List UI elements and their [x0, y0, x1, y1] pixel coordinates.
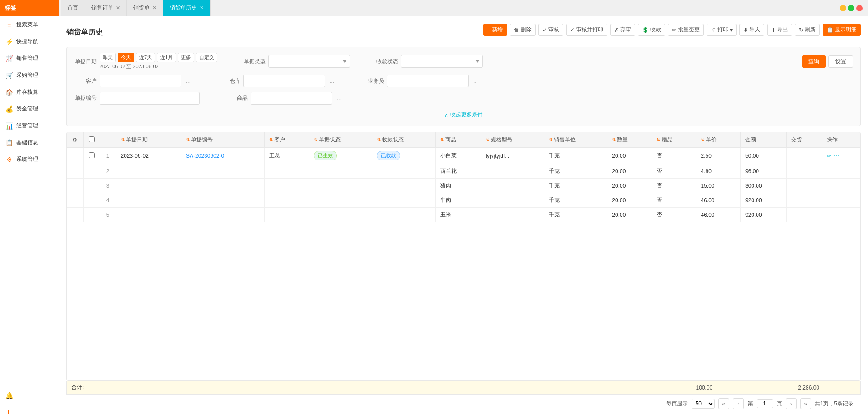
new-icon: +: [487, 27, 491, 33]
cell-spec: [481, 193, 544, 208]
th-doc-no[interactable]: ⇅ 单据编号: [181, 132, 265, 148]
cell-amount: 50.00: [741, 148, 787, 164]
sidebar-item-sales-mgmt[interactable]: 📈 销售管理: [0, 50, 59, 67]
th-unit-price[interactable]: ⇅ 单价: [696, 132, 741, 148]
row-checkbox[interactable]: [89, 152, 95, 158]
window-close-btn[interactable]: [856, 5, 863, 11]
print-button[interactable]: 🖨 打印 ▾: [707, 24, 737, 36]
product-input[interactable]: [251, 92, 332, 105]
cell-checkbox[interactable]: [83, 208, 100, 222]
sidebar-item-basic-info[interactable]: 📋 基础信息: [0, 134, 59, 151]
th-payment-status[interactable]: ⇅ 收款状态: [372, 132, 435, 148]
select-all-checkbox[interactable]: [89, 136, 95, 142]
warehouse-input[interactable]: [243, 75, 325, 87]
customer-more-btn[interactable]: ...: [184, 78, 192, 84]
cell-payment-status: [372, 208, 435, 222]
refresh-button[interactable]: ↻ 刷新: [795, 24, 820, 36]
payment-status-label: 收款状态: [376, 58, 398, 65]
show-detail-button[interactable]: 📋 显示明细: [823, 24, 861, 36]
th-product[interactable]: ⇅ 商品: [436, 132, 481, 148]
cell-spec: [481, 179, 544, 193]
sidebar-logo: 标签: [0, 0, 59, 16]
cell-qty: 20.00: [607, 208, 652, 222]
cell-checkbox[interactable]: [83, 148, 100, 164]
date-btn-1month[interactable]: 近1月: [157, 53, 176, 62]
sidebar-item-sys-admin[interactable]: ⚙ 系统管理: [0, 151, 59, 168]
payment-status-select[interactable]: [401, 55, 483, 68]
delete-button[interactable]: 🗑 删除: [510, 24, 536, 36]
sidebar-item-search-menu[interactable]: ≡ 搜索菜单: [0, 16, 59, 33]
cell-checkbox[interactable]: [83, 193, 100, 208]
tab-home[interactable]: 首页: [61, 0, 85, 16]
th-unit[interactable]: ⇅ 销售单位: [544, 132, 607, 148]
warehouse-more-btn[interactable]: ...: [328, 78, 336, 84]
doc-no-link[interactable]: SA-20230602-0: [186, 153, 224, 159]
date-btn-more[interactable]: 更多: [178, 53, 194, 62]
product-more-btn[interactable]: ...: [335, 95, 343, 101]
th-doc-status[interactable]: ⇅ 单据状态: [309, 132, 372, 148]
date-btn-today[interactable]: 今天: [118, 53, 134, 62]
salesperson-input[interactable]: [387, 75, 469, 87]
cell-amount: 96.00: [741, 164, 787, 179]
filter-row-1: 单据日期 昨天 今天 近7天 近1月 更多 自定义 2023-06-02 至 2…: [74, 53, 853, 70]
sidebar-item-inventory[interactable]: 🏠 库存核算: [0, 84, 59, 100]
th-settings[interactable]: ⚙: [67, 132, 83, 148]
th-gift[interactable]: ⇅ 赠品: [652, 132, 696, 148]
sidebar-item-operation[interactable]: 📊 经营管理: [0, 117, 59, 134]
collapse-filter-button[interactable]: ∧ 收起更多条件: [74, 109, 853, 120]
audit-print-button[interactable]: ✓ 审核并打印: [566, 24, 607, 36]
window-maximize-btn[interactable]: [848, 5, 854, 11]
more-action-btn[interactable]: ⋯: [834, 153, 839, 159]
edit-action-btn[interactable]: ✏: [827, 153, 831, 159]
sidebar-item-quick-nav[interactable]: ⚡ 快捷导航: [0, 33, 59, 50]
query-search-button[interactable]: 查询: [802, 55, 826, 68]
date-btn-7days[interactable]: 近7天: [136, 53, 155, 62]
doc-type-select[interactable]: [268, 55, 350, 68]
th-spec[interactable]: ⇅ 规格型号: [481, 132, 544, 148]
th-checkbox[interactable]: [83, 132, 100, 148]
collect-button[interactable]: 💲 收款: [638, 24, 665, 36]
salesperson-more-btn[interactable]: ...: [472, 78, 480, 84]
tab-sales-order-close[interactable]: ✕: [116, 5, 120, 11]
per-page-select[interactable]: 50 100 200: [692, 399, 715, 409]
batch-change-button[interactable]: ✏ 批量变更: [668, 24, 704, 36]
new-button[interactable]: + 新增: [483, 24, 507, 36]
tab-sales-delivery[interactable]: 销货单 ✕: [127, 0, 163, 16]
tab-sales-order[interactable]: 销售订单 ✕: [85, 0, 127, 16]
sidebar-item-finance[interactable]: 💰 资金管理: [0, 100, 59, 117]
product-label: 商品: [225, 95, 248, 102]
filter-date-item: 单据日期 昨天 今天 近7天 近1月 更多 自定义 2023-06-02 至 2…: [74, 53, 217, 70]
import-button[interactable]: ⬇ 导入: [739, 24, 764, 36]
date-btn-custom[interactable]: 自定义: [196, 53, 217, 62]
window-minimize-btn[interactable]: [840, 5, 846, 11]
prev-page-btn[interactable]: ‹: [733, 398, 744, 409]
th-qty[interactable]: ⇅ 数量: [607, 132, 652, 148]
audit-button[interactable]: ✓ 审核: [538, 24, 563, 36]
cell-doc-date: [116, 179, 181, 193]
tab-sales-delivery-close[interactable]: ✕: [152, 5, 156, 11]
date-btn-yesterday[interactable]: 昨天: [100, 53, 116, 62]
cell-checkbox[interactable]: [83, 164, 100, 179]
tab-sales-history-close[interactable]: ✕: [200, 5, 204, 11]
sidebar-notification[interactable]: 🔔: [0, 387, 59, 404]
cell-checkbox[interactable]: [83, 179, 100, 193]
tab-home-label: 首页: [67, 4, 78, 12]
first-page-btn[interactable]: «: [718, 398, 729, 409]
last-page-btn[interactable]: »: [800, 398, 811, 409]
query-setting-button[interactable]: 设置: [828, 55, 853, 68]
page-number-input[interactable]: [757, 399, 773, 408]
date-filter-label: 单据日期: [74, 58, 97, 65]
docno-input[interactable]: [100, 92, 200, 105]
th-doc-date[interactable]: ⇅ 单据日期: [116, 132, 181, 148]
sidebar-item-purchase-mgmt[interactable]: 🛒 采购管理: [0, 67, 59, 84]
tab-bar: 首页 销售订单 ✕ 销货单 ✕ 销货单历史 ✕: [59, 0, 868, 16]
next-page-btn[interactable]: ›: [786, 398, 797, 409]
th-customer[interactable]: ⇅ 客户: [265, 132, 309, 148]
sidebar-pause[interactable]: ⏸: [0, 404, 59, 420]
tab-sales-history[interactable]: 销货单历史 ✕: [163, 0, 211, 16]
export-button[interactable]: ⬆ 导出: [767, 24, 792, 36]
customer-input[interactable]: [100, 75, 181, 87]
cell-row-num: 1: [100, 148, 116, 164]
abandon-button[interactable]: ✗ 弃审: [610, 24, 635, 36]
cell-qty: 20.00: [607, 193, 652, 208]
